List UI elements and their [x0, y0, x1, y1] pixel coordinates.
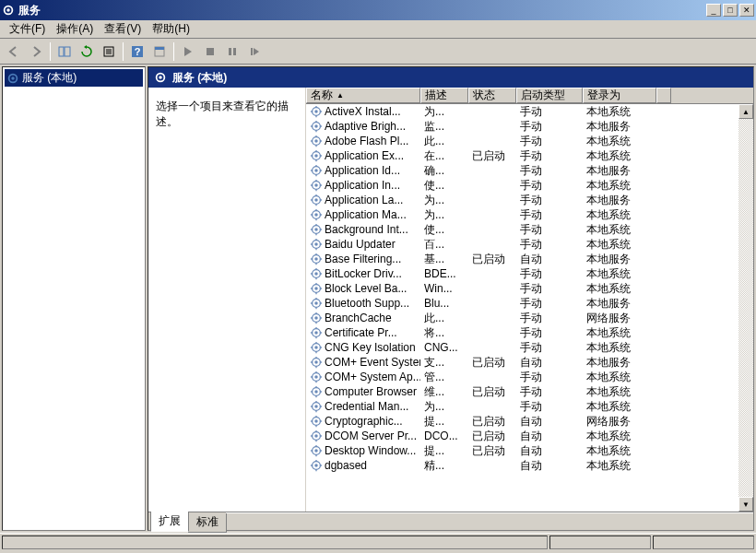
- table-row[interactable]: Bluetooth Supp...Blu...手动本地服务: [306, 296, 738, 311]
- table-row[interactable]: Application Ma...为...手动本地系统: [306, 207, 738, 222]
- menu-file[interactable]: 文件(F): [4, 19, 51, 39]
- pause-service-button[interactable]: [222, 41, 242, 62]
- show-hide-button[interactable]: [54, 41, 75, 62]
- forward-button[interactable]: [26, 41, 46, 62]
- svg-point-78: [314, 257, 318, 261]
- service-desc: 在...: [420, 148, 468, 164]
- service-name: BranchCache: [325, 312, 392, 324]
- table-row[interactable]: DCOM Server Pr...DCO...已启动自动本地系统: [306, 429, 738, 443]
- vertical-scrollbar[interactable]: ▲ ▼: [738, 104, 753, 512]
- toolbar: ?: [0, 39, 756, 65]
- service-desc: Win...: [420, 282, 468, 295]
- service-desc: 支...: [420, 355, 468, 371]
- service-logon: 网络服务: [583, 311, 656, 326]
- table-row[interactable]: Computer Browser维...已启动手动本地系统: [306, 384, 738, 399]
- table-row[interactable]: BitLocker Driv...BDE...手动本地系统: [306, 266, 738, 281]
- table-row[interactable]: Desktop Window...提...已启动自动本地系统: [306, 443, 738, 458]
- help-button[interactable]: ?: [127, 41, 148, 62]
- service-logon: 本地系统: [583, 134, 656, 149]
- service-desc: 维...: [420, 384, 468, 400]
- service-desc: 确...: [420, 163, 468, 179]
- table-row[interactable]: COM+ System Ap...管...手动本地系统: [306, 370, 738, 384]
- svg-point-36: [314, 154, 318, 158]
- service-name: COM+ System Ap...: [325, 371, 420, 383]
- table-row[interactable]: BranchCache此...手动网络服务: [306, 311, 738, 325]
- col-startup[interactable]: 启动类型: [516, 88, 583, 103]
- table-row[interactable]: Baidu Updater百...手动本地系统: [306, 237, 738, 252]
- service-icon: [310, 105, 323, 118]
- service-icon: [310, 253, 323, 265]
- table-row[interactable]: COM+ Event System支...已启动自动本地服务: [306, 355, 738, 370]
- service-startup: 自动: [516, 414, 583, 429]
- table-row[interactable]: Adobe Flash Pl...此...手动本地系统: [306, 134, 738, 148]
- menu-view[interactable]: 查看(V): [99, 19, 147, 39]
- col-name[interactable]: 名称▲: [306, 88, 420, 103]
- service-desc: 管...: [420, 370, 468, 385]
- menu-help[interactable]: 帮助(H): [147, 19, 195, 39]
- service-name: BitLocker Driv...: [325, 267, 402, 280]
- start-service-button[interactable]: [178, 41, 198, 62]
- service-logon: 本地系统: [583, 104, 656, 120]
- restart-service-button[interactable]: [244, 41, 265, 62]
- table-row[interactable]: dgbased精...自动本地系统: [306, 458, 738, 473]
- table-row[interactable]: Adaptive Brigh...监...手动本地服务: [306, 119, 738, 134]
- svg-point-72: [314, 242, 318, 246]
- stop-service-button[interactable]: [200, 41, 220, 62]
- gear-icon: [154, 71, 167, 84]
- list-header: 名称▲ 描述 状态 启动类型 登录为: [306, 88, 753, 104]
- service-desc: Blu...: [420, 297, 468, 310]
- table-row[interactable]: Certificate Pr...将...手动本地系统: [306, 325, 738, 340]
- back-button[interactable]: [4, 41, 24, 62]
- table-row[interactable]: Block Level Ba...Win...手动本地系统: [306, 281, 738, 296]
- service-desc: 此...: [420, 311, 468, 326]
- tab-standard[interactable]: 标准: [188, 512, 227, 533]
- table-row[interactable]: Application La...为...手动本地服务: [306, 193, 738, 207]
- content-title: 服务 (本地): [172, 70, 227, 86]
- service-desc: 为...: [420, 399, 468, 415]
- table-row[interactable]: ActiveX Instal...为...手动本地系统: [306, 104, 738, 119]
- table-row[interactable]: CNG Key IsolationCNG...手动本地系统: [306, 340, 738, 355]
- service-name: Block Level Ba...: [325, 282, 407, 295]
- service-icon: [310, 400, 323, 413]
- service-name: Adobe Flash Pl...: [325, 135, 408, 147]
- close-button[interactable]: ✕: [739, 4, 754, 17]
- table-row[interactable]: Application Id...确...手动本地服务: [306, 163, 738, 178]
- service-startup: 手动: [516, 384, 583, 400]
- service-icon: [310, 326, 323, 339]
- table-row[interactable]: Base Filtering...基...已启动自动本地服务: [306, 252, 738, 266]
- service-desc: 提...: [420, 443, 468, 459]
- table-row[interactable]: Application Ex...在...已启动手动本地系统: [306, 148, 738, 163]
- service-icon: [310, 120, 323, 133]
- scroll-down-button[interactable]: ▼: [738, 497, 753, 512]
- table-row[interactable]: Application In...使...手动本地系统: [306, 178, 738, 193]
- menu-action[interactable]: 操作(A): [51, 19, 99, 39]
- col-desc[interactable]: 描述: [420, 88, 468, 103]
- svg-point-114: [314, 346, 318, 349]
- minimize-button[interactable]: _: [706, 4, 721, 17]
- properties-button[interactable]: [149, 41, 170, 62]
- table-row[interactable]: Background Int...使...手动本地系统: [306, 222, 738, 237]
- tree-root-services[interactable]: 服务 (本地): [5, 69, 143, 87]
- service-desc: BDE...: [420, 267, 468, 280]
- list-pane: 名称▲ 描述 状态 启动类型 登录为 ActiveX Instal...为...…: [305, 88, 753, 512]
- service-startup: 自动: [516, 252, 583, 267]
- service-name: dgbased: [325, 459, 367, 472]
- service-name: Base Filtering...: [325, 253, 401, 265]
- service-desc: CNG...: [420, 341, 468, 354]
- table-row[interactable]: Cryptographic...提...已启动自动网络服务: [306, 414, 738, 429]
- refresh-button[interactable]: [77, 41, 97, 62]
- table-row[interactable]: Credential Man...为...手动本地系统: [306, 399, 738, 414]
- export-button[interactable]: [99, 41, 119, 62]
- maximize-button[interactable]: □: [723, 4, 738, 17]
- service-list[interactable]: ActiveX Instal...为...手动本地系统Adaptive Brig…: [306, 104, 738, 512]
- scroll-up-button[interactable]: ▲: [738, 104, 753, 119]
- scroll-track[interactable]: [738, 119, 753, 497]
- titlebar[interactable]: 服务 _ □ ✕: [0, 0, 756, 20]
- gear-icon: [6, 72, 19, 85]
- service-logon: 本地服务: [583, 355, 656, 371]
- col-status[interactable]: 状态: [468, 88, 516, 103]
- service-logon: 本地系统: [583, 325, 656, 341]
- col-logon[interactable]: 登录为: [583, 88, 656, 103]
- svg-point-1: [6, 8, 10, 12]
- tab-extended[interactable]: 扩展: [150, 512, 189, 532]
